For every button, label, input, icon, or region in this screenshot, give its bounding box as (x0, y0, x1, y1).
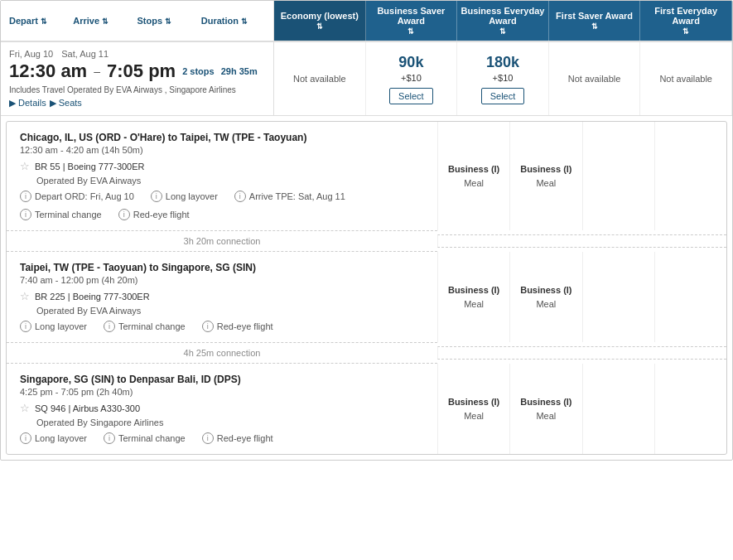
segment-3-aircraft: Airbus A330-300 (73, 403, 140, 413)
seg3-biz-saver-cabin: Business (I) Meal (437, 364, 509, 454)
seg1-first-saver-cabin (582, 122, 654, 230)
sort-duration-label: Duration (201, 16, 239, 26)
connection-2-right (437, 346, 726, 360)
segment-2-right: Business (I) Meal Business (I) Meal (437, 252, 726, 342)
segment-2-aircraft: Boeing 777-300ER (73, 292, 150, 302)
info-icon-7: i (104, 321, 115, 332)
notice-terminal-text-3: Terminal change (118, 433, 186, 443)
segment-2-flight-info: BR 225 | Boeing 777-300ER (35, 292, 150, 302)
seg2-first-saver-cabin (582, 252, 654, 342)
segment-1-flight-row: ☆ BR 55 | Boeing 777-300ER (20, 160, 424, 172)
seg1-biz-everyday-meal: Meal (536, 178, 556, 188)
connection-1-row: 3h 20m connection (7, 230, 726, 252)
first-saver-header-label: First Saver Award (556, 11, 633, 21)
details-panel: Chicago, IL, US (ORD - O'Hare) to Taipei… (6, 121, 727, 455)
col-header-first-saver[interactable]: First Saver Award ⇅ (549, 1, 641, 41)
sort-arrive-arrow: ⇅ (102, 17, 109, 26)
notice-depart-text: Depart ORD: Fri, Aug 10 (35, 191, 134, 201)
notice-long-layover-1: i Long layover (151, 191, 218, 202)
col-header-business-everyday[interactable]: Business Everyday Award ⇅ (457, 1, 549, 41)
info-icon-4: i (20, 209, 31, 220)
col-header-economy[interactable]: Economy (lowest) ⇅ (274, 1, 366, 41)
economy-sort-icon: ⇅ (316, 22, 323, 31)
header-row: Depart ⇅ Arrive ⇅ Stops ⇅ Duration ⇅ Eco… (1, 1, 732, 42)
segment-1-star-icon: ☆ (20, 160, 30, 172)
col-header-first-everyday[interactable]: First Everyday Award ⇅ (640, 1, 732, 41)
seg3-first-saver-cabin (582, 364, 654, 454)
notice-arrive-tpe-text: Arrive TPE: Sat, Aug 11 (249, 191, 345, 201)
info-icon-6: i (20, 321, 31, 332)
segment-2-star-icon: ☆ (20, 290, 30, 302)
seg1-biz-everyday-cabin: Business (I) Meal (509, 122, 581, 230)
notice-red-eye-1: i Red-eye flight (118, 209, 190, 220)
flight-actions: ▶ Details ▶ Seats (9, 98, 265, 109)
info-icon-11: i (202, 432, 214, 444)
segment-3-flight-info: SQ 946 | Airbus A330-300 (35, 403, 140, 413)
award-business-everyday-col: 180k +$10 Select (457, 42, 549, 115)
details-button[interactable]: ▶ Details (9, 98, 46, 109)
segment-3-notices: i Long layover i Terminal change i Red-e… (20, 432, 424, 444)
seg1-first-everyday-cabin (654, 122, 726, 230)
flight-summary-row: Fri, Aug 10 Sat, Aug 11 12:30 am – 7:05 … (1, 42, 732, 116)
notice-red-eye-text-1: Red-eye flight (133, 210, 190, 220)
operated-by-text: Includes Travel Operated By EVA Airways … (9, 85, 265, 94)
notice-long-layover-text-2: Long layover (35, 321, 87, 331)
segment-2-notices: i Long layover i Terminal change i Red-e… (20, 321, 424, 332)
notice-terminal-change-1: i Terminal change (20, 209, 102, 220)
segment-3: Singapore, SG (SIN) to Denpasar Bali, ID… (7, 364, 726, 454)
seg3-biz-everyday-cabin: Business (I) Meal (509, 364, 581, 454)
segment-3-star-icon: ☆ (20, 402, 30, 414)
segment-1-times: 12:30 am - 4:20 am (14h 50m) (20, 145, 424, 155)
business-saver-select-button[interactable]: Select (389, 88, 433, 104)
seg2-biz-everyday-cabin: Business (I) Meal (509, 252, 581, 342)
segment-1-flight-number: BR 55 (35, 162, 60, 171)
connection-1-label: 3h 20m connection (184, 236, 261, 246)
notice-long-layover-text-1: Long layover (166, 191, 218, 201)
business-saver-select-label: Select (398, 91, 424, 101)
seg1-biz-everyday-cabin-name: Business (I) (520, 164, 571, 175)
segment-1-aircraft: Boeing 777-300ER (68, 162, 145, 171)
arrive-day: Sat, Aug 11 (61, 49, 109, 59)
segment-2-left: Taipei, TW (TPE - Taoyuan) to Singapore,… (7, 252, 437, 342)
sort-arrive-label: Arrive (73, 16, 99, 26)
info-icon-3: i (234, 191, 246, 202)
segment-2-flight-row: ☆ BR 225 | Boeing 777-300ER (20, 290, 424, 302)
connection-1-right (437, 234, 726, 248)
sort-arrive[interactable]: Arrive ⇅ (73, 16, 137, 26)
economy-not-available: Not available (293, 74, 346, 84)
flight-time-line: 12:30 am – 7:05 pm 2 stops 29h 35m (9, 60, 265, 82)
info-icon-9: i (20, 432, 31, 444)
arrive-time: 7:05 pm (107, 60, 176, 82)
sort-duration[interactable]: Duration ⇅ (201, 16, 265, 26)
seg3-biz-saver-meal: Meal (464, 411, 484, 421)
notice-red-eye-text-3: Red-eye flight (217, 433, 273, 443)
sort-columns-header: Depart ⇅ Arrive ⇅ Stops ⇅ Duration ⇅ (1, 1, 274, 41)
segment-1-operated: Operated By EVA Airways (36, 176, 424, 186)
flight-duration: 29h 35m (221, 66, 258, 76)
seg2-biz-saver-meal: Meal (464, 299, 484, 309)
notice-long-layover-text-3: Long layover (35, 433, 87, 443)
first-saver-sort-icon: ⇅ (591, 22, 598, 31)
notice-long-layover-3: i Long layover (20, 432, 87, 444)
segment-2: Taipei, TW (TPE - Taoyuan) to Singapore,… (7, 252, 726, 342)
info-icon-8: i (202, 321, 214, 332)
depart-time: 12:30 am (9, 60, 87, 82)
notice-terminal-change-2: i Terminal change (104, 321, 186, 332)
first-everyday-not-available: Not available (659, 74, 712, 84)
business-everyday-select-button[interactable]: Select (481, 88, 525, 104)
seats-button[interactable]: ▶ Seats (50, 98, 82, 109)
sort-stops[interactable]: Stops ⇅ (137, 16, 201, 26)
notice-red-eye-2: i Red-eye flight (202, 321, 273, 332)
seg1-biz-saver-cabin: Business (I) Meal (437, 122, 509, 230)
connection-1-text: 3h 20m connection (7, 230, 437, 252)
notice-red-eye-text-2: Red-eye flight (217, 321, 273, 331)
first-saver-not-available: Not available (568, 74, 621, 84)
award-economy-col: Not available (274, 42, 366, 115)
seg3-biz-everyday-meal: Meal (536, 411, 556, 421)
segment-3-route: Singapore, SG (SIN) to Denpasar Bali, ID… (20, 374, 424, 385)
col-header-business-saver[interactable]: Business Saver Award ⇅ (366, 1, 458, 41)
flight-date-line: Fri, Aug 10 Sat, Aug 11 (9, 49, 265, 59)
sort-depart[interactable]: Depart ⇅ (9, 16, 73, 26)
segment-3-times: 4:25 pm - 7:05 pm (2h 40m) (20, 387, 424, 397)
sort-depart-label: Depart (9, 16, 38, 26)
